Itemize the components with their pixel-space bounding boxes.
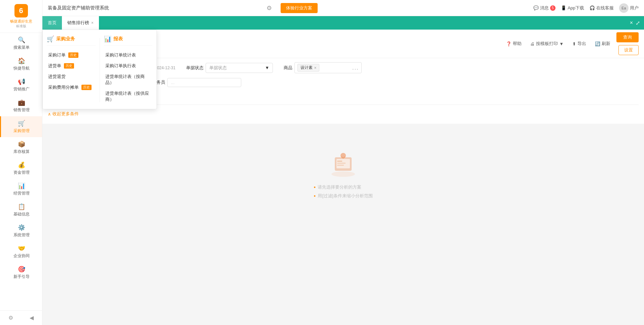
- close-tab-icon[interactable]: ×: [91, 21, 94, 25]
- newbie-icon: 🎯: [18, 266, 25, 273]
- purchase-col-title: 🛒 采购业务: [47, 35, 96, 46]
- user-btn[interactable]: Ea 用户: [619, 3, 639, 13]
- collapse-sidebar-icon[interactable]: ◀: [30, 315, 34, 321]
- svg-point-0: [331, 171, 355, 177]
- history-tag: 历史: [64, 63, 74, 69]
- headset-icon: 🎧: [589, 5, 595, 10]
- system-icon: ⚙️: [18, 224, 25, 231]
- system-title: 装备及固定资产辅助管理系统: [48, 5, 263, 11]
- phone-icon: 📱: [561, 5, 566, 10]
- finance-icon: 💰: [18, 161, 25, 169]
- history-tag: 历史: [81, 85, 92, 90]
- sidebar-item-marketing[interactable]: 📢营销推广: [0, 75, 42, 95]
- sidebar-label-marketing: 营销推广: [13, 86, 30, 92]
- sidebar-item-newbie[interactable]: 🎯新手引导: [0, 262, 42, 283]
- sidebar-label-newbie: 新手引导: [13, 274, 30, 280]
- marketing-icon: 📢: [18, 78, 25, 85]
- logo-icon: 6: [14, 4, 28, 17]
- collapse-icon: ∧: [48, 112, 51, 117]
- purchase-item-label: 采购费用分摊单: [48, 84, 79, 90]
- goods-dots[interactable]: ...: [352, 65, 359, 71]
- sidebar-label-search: 搜索菜单: [13, 45, 30, 50]
- expand-window-icon[interactable]: ⤢: [636, 20, 640, 26]
- sidebar-label-system: 系统管理: [13, 232, 30, 238]
- avatar: Ea: [619, 3, 629, 13]
- sidebar-item-operation[interactable]: 📊经营管理: [0, 179, 42, 200]
- online-service-btn[interactable]: 🎧 在线客服: [589, 5, 614, 11]
- purchase-item-采购订单[interactable]: 采购订单历史: [47, 50, 96, 60]
- purchase-col: 🛒 采购业务 采购订单历史进货单历史进货退货采购费用分摊单历史: [43, 35, 100, 105]
- active-tab-label: 销售排行榜: [67, 20, 89, 26]
- filter-goods: 商品 设计素 × ...: [284, 62, 362, 73]
- document-status-value: 单据状态: [209, 65, 227, 71]
- close-window-icon[interactable]: ×: [630, 20, 633, 26]
- sidebar-item-sales[interactable]: 💼销售管理: [0, 95, 42, 116]
- basic-icon: 📋: [18, 203, 25, 210]
- purchase-item-采购费用分摊单[interactable]: 采购费用分摊单历史: [47, 82, 96, 93]
- report-item-label: 采购订单统计表: [105, 52, 136, 58]
- system-settings-icon[interactable]: ⚙: [266, 4, 272, 12]
- tab-bar: 首页 销售排行榜 × × ⤢: [42, 16, 644, 30]
- print-btn[interactable]: 🖨 按模板打印 ▼: [528, 39, 566, 48]
- sidebar-item-finance[interactable]: 💰资金管理: [0, 158, 42, 179]
- purchase-item-进货退货[interactable]: 进货退货: [47, 71, 96, 82]
- purchase-item-进货单[interactable]: 进货单历史: [47, 60, 96, 71]
- report-item-采购订单执行表[interactable]: 采购订单执行表: [104, 60, 153, 71]
- sidebar-label-inventory: 库存核算: [13, 149, 30, 155]
- tab-home[interactable]: 首页: [42, 16, 62, 30]
- help-icon: ❓: [506, 41, 511, 46]
- sidebar-item-search[interactable]: 🔍搜索菜单: [0, 33, 42, 54]
- print-arrow-icon: ▼: [559, 41, 564, 46]
- message-btn[interactable]: 💬 消息 5: [533, 5, 556, 11]
- sidebar-label-sales: 销售管理: [13, 107, 30, 113]
- help-btn[interactable]: ❓ 帮助: [503, 39, 524, 48]
- logo-text: 畅捷通好生意: [10, 19, 32, 24]
- industry-btn[interactable]: 体验行业方案: [281, 3, 318, 13]
- query-btn[interactable]: 查询: [616, 32, 639, 42]
- report-item-进货单统计表（按供应商）[interactable]: 进货单统计表（按供应商）: [104, 88, 153, 105]
- sidebar-item-inventory[interactable]: 📦库存核算: [0, 137, 42, 158]
- document-status-label: 单据状态: [186, 65, 204, 71]
- goods-tag: 设计素 ×: [297, 64, 319, 72]
- purchase-item-label: 采购订单: [48, 52, 66, 58]
- tab-sales-ranking[interactable]: 销售排行榜 ×: [62, 16, 99, 30]
- sidebar-item-purchase[interactable]: 🛒采购管理: [0, 116, 42, 137]
- sidebar-item-basic[interactable]: 📋基础信息: [0, 200, 42, 220]
- sales-icon: 💼: [18, 99, 25, 106]
- salesperson-dots[interactable]: ...: [171, 80, 175, 85]
- export-btn[interactable]: ⬆ 导出: [570, 39, 589, 48]
- tab-actions: × ⤢: [630, 20, 644, 26]
- search-icon: 🔍: [18, 36, 25, 44]
- purchase-dropdown-menu: 🛒 采购业务 采购订单历史进货单历史进货退货采购费用分摊单历史 📊 报表 采购订…: [42, 30, 157, 109]
- svg-rect-6: [337, 161, 342, 162]
- sidebar-item-quick[interactable]: 🏠快捷导航: [0, 54, 42, 75]
- empty-text: ● 请先选择要分析的方案 ● 用[过滤]条件来缩小分析范围: [314, 183, 372, 200]
- goods-select[interactable]: 设计素 × ...: [294, 62, 362, 73]
- document-status-select[interactable]: 单据状态 ▼: [206, 63, 273, 73]
- svg-rect-8: [337, 165, 344, 166]
- refresh-btn[interactable]: 🔄 刷新: [592, 39, 613, 48]
- home-tab-label: 首页: [48, 20, 57, 26]
- filter-salesperson: 业务员 ...: [152, 78, 241, 87]
- sidebar-item-enterprise[interactable]: 🤝企业协同: [0, 241, 42, 262]
- report-item-label: 进货单统计表（按商品）: [105, 74, 151, 86]
- settings-icon[interactable]: ⚙: [8, 315, 13, 321]
- history-tag: 历史: [68, 52, 78, 58]
- sidebar: 6 畅捷通好生意 标准版 🔍搜索菜单🏠快捷导航📢营销推广💼销售管理🛒采购管理📦库…: [0, 0, 42, 325]
- report-col: 📊 报表 采购订单统计表采购订单执行表进货单统计表（按商品）进货单统计表（按供应…: [100, 35, 157, 105]
- remove-goods-tag-icon[interactable]: ×: [314, 66, 316, 70]
- settings-btn[interactable]: 设置: [618, 45, 639, 55]
- salesperson-select[interactable]: ...: [167, 78, 241, 87]
- sidebar-item-system[interactable]: ⚙️系统管理: [0, 220, 42, 241]
- header-right: 💬 消息 5 📱 App下载 🎧 在线客服 Ea 用户: [533, 3, 639, 13]
- sidebar-logo: 6 畅捷通好生意 标准版: [0, 0, 42, 33]
- app-download-btn[interactable]: 📱 App下载: [561, 5, 584, 11]
- report-item-label: 采购订单执行表: [105, 63, 136, 69]
- sidebar-footer: ⚙ ◀: [0, 310, 42, 325]
- report-item-进货单统计表（按商品）[interactable]: 进货单统计表（按商品）: [104, 71, 153, 88]
- purchase-icon: 🛒: [18, 120, 25, 127]
- hint1: ● 请先选择要分析的方案: [314, 183, 372, 192]
- goods-label: 商品: [284, 65, 292, 71]
- report-item-采购订单统计表[interactable]: 采购订单统计表: [104, 50, 153, 60]
- collapse-btn[interactable]: ∧ 收起更多条件: [48, 108, 639, 120]
